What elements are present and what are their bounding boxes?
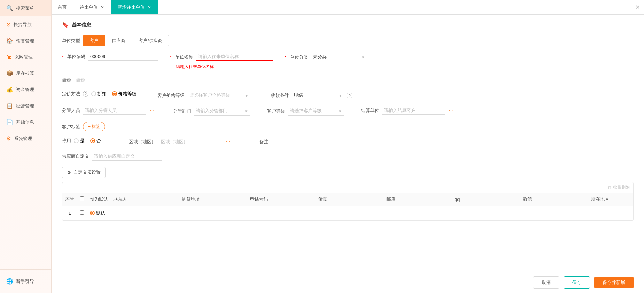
tab-home[interactable]: 首页 <box>52 0 73 14</box>
unit-name-field: * 单位名称 请输入往来单位名称 <box>170 52 274 70</box>
select-all-checkbox[interactable] <box>80 196 84 201</box>
row-email-cell <box>384 206 452 220</box>
save-new-button[interactable]: 保存并新增 <box>594 277 634 288</box>
settlement-more-btn[interactable]: ··· <box>447 107 455 114</box>
tag-label: 客户标签 <box>62 124 80 130</box>
region-input[interactable] <box>159 138 221 146</box>
row-email-input[interactable] <box>386 209 449 217</box>
abbr-input[interactable] <box>74 76 143 84</box>
batch-delete-btn[interactable]: 🗑 批量删除 <box>608 185 630 190</box>
unit-code-input[interactable] <box>88 52 158 61</box>
col-address: 到货地址 <box>179 193 247 206</box>
sidebar-item-operations[interactable]: 📋 经营管理 <box>0 98 51 114</box>
payment-terms-label: 收款条件 <box>271 92 289 99</box>
sidebar: 🔍 搜索菜单 ⊙ 快捷导航 🏠 销售管理 🛍 采购管理 📦 库存核算 💰 资金管… <box>0 0 52 293</box>
sidebar-item-basic[interactable]: 📄 基础信息 <box>0 114 51 130</box>
dept-select[interactable]: 请输入分管部门 ▾ <box>194 106 250 116</box>
row-qq-input[interactable] <box>455 209 517 217</box>
pricing-help-icon[interactable]: ? <box>83 91 88 97</box>
sidebar-item-search[interactable]: 🔍 搜索菜单 <box>0 0 51 16</box>
manager-more-btn[interactable]: ··· <box>148 107 156 114</box>
row-tags: 客户标签 + 标签 <box>62 122 634 131</box>
manager-input[interactable] <box>83 106 146 115</box>
unit-type-buttons: 客户 供应商 客户/供应商 <box>83 35 169 46</box>
pricing-discount-radio[interactable]: 折扣 <box>91 91 107 97</box>
region-field: 区域（地区） ··· <box>129 138 231 146</box>
row-fax-cell <box>315 206 384 220</box>
customer-level-field: 客户等级 请选择客户等级 ▾ <box>267 106 344 116</box>
sidebar-item-inventory[interactable]: 📦 库存核算 <box>0 65 51 81</box>
remark-field: 备注 <box>259 138 355 146</box>
row-contact-cell <box>111 206 179 220</box>
customer-level-arrow-icon: ▾ <box>339 108 341 114</box>
row-phone-input[interactable] <box>250 209 313 217</box>
unit-type-customer-btn[interactable]: 客户 <box>83 35 105 46</box>
search-icon: 🔍 <box>6 5 13 11</box>
footer: 取消 保存 保存并新增 <box>52 272 644 293</box>
supplier-custom-input[interactable] <box>92 152 162 161</box>
customer-level-select[interactable]: 请选择客户等级 ▾ <box>288 106 344 116</box>
row-manager: 分管人员 ··· 分管部门 请输入分管部门 ▾ 客户等级 请选择客户等级 ▾ 结… <box>62 106 634 116</box>
unit-type-supplier-btn[interactable]: 供应商 <box>105 35 132 46</box>
col-fax: 传真 <box>315 193 384 206</box>
abbr-label: 简称 <box>62 77 71 83</box>
row-checkbox[interactable] <box>80 210 84 215</box>
disabled-no-circle <box>90 138 95 143</box>
manager-field: 分管人员 ··· <box>62 106 156 115</box>
row-wechat-input[interactable] <box>523 209 586 217</box>
contact-table: 序号 设为默认 联系人 到货地址 电话号码 传真 邮箱 qq 微信 所在地区 操… <box>62 193 634 220</box>
settlement-input[interactable] <box>382 106 445 115</box>
row-contact-input[interactable] <box>113 209 176 217</box>
disabled-yes-radio[interactable]: 是 <box>74 138 85 144</box>
col-seq: 序号 <box>62 193 77 206</box>
custom-settings-container: ⚙ 自定义项设置 <box>62 167 634 178</box>
row-supplier-custom: 供应商自定义 <box>62 152 634 161</box>
unit-code-label: 单位编码 <box>67 54 85 60</box>
section-icon: 🔖 <box>62 22 69 28</box>
payment-terms-select[interactable]: 现结 ▾ <box>292 91 344 100</box>
unit-name-label: 单位名称 <box>175 54 193 60</box>
sidebar-item-quicknav[interactable]: ⊙ 快捷导航 <box>0 16 51 33</box>
row-disabled-region: 停用 是 否 区域（地区） ··· 备注 <box>62 138 634 146</box>
tab-new-partner-close[interactable]: ✕ <box>147 5 152 10</box>
sidebar-item-system[interactable]: ⚙ 系统管理 <box>0 130 51 147</box>
row-address-input[interactable] <box>182 209 244 217</box>
tabbar-close-btn[interactable]: ✕ <box>635 4 640 10</box>
custom-settings-btn[interactable]: ⚙ 自定义项设置 <box>62 167 106 178</box>
remark-input[interactable] <box>271 138 355 146</box>
unit-type-both-btn[interactable]: 客户/供应商 <box>132 35 169 46</box>
batch-delete-icon: 🗑 <box>608 185 612 190</box>
pricing-method-label: 定价方法 <box>62 91 80 97</box>
tabbar: 首页 往来单位 ✕ 新增往来单位 ✕ ✕ <box>52 0 644 15</box>
unit-name-input[interactable] <box>196 52 273 61</box>
row-code-name-cat: * 单位编码 * 单位名称 请输入往来单位名称 * 单位分类 <box>62 52 634 70</box>
tab-partners[interactable]: 往来单位 ✕ <box>73 0 111 14</box>
payment-help-icon[interactable]: ? <box>347 93 352 98</box>
tab-new-partner[interactable]: 新增往来单位 ✕ <box>111 0 158 14</box>
disabled-no-radio[interactable]: 否 <box>90 138 101 144</box>
customer-price-level-field: 客户价格等级 请选择客户价格等级 ▾ <box>157 91 250 100</box>
row-address-cell <box>179 206 247 220</box>
custom-settings-icon: ⚙ <box>67 170 71 175</box>
tab-partners-close[interactable]: ✕ <box>100 5 105 10</box>
sidebar-item-finance[interactable]: 💰 资金管理 <box>0 81 51 98</box>
sidebar-item-sales[interactable]: 🏠 销售管理 <box>0 33 51 49</box>
pricing-discount-circle <box>91 91 96 96</box>
sidebar-item-guide[interactable]: 🌐 新手引导 <box>0 273 51 290</box>
cancel-button[interactable]: 取消 <box>533 276 559 289</box>
unit-category-select[interactable]: 未分类 ▾ <box>311 52 367 62</box>
add-tag-btn[interactable]: + 标签 <box>83 122 105 131</box>
save-button[interactable]: 保存 <box>564 276 590 289</box>
row-default-radio[interactable]: 默认 <box>90 210 108 216</box>
region-more-btn[interactable]: ··· <box>224 139 231 145</box>
customer-price-level-select[interactable]: 请选择客户价格等级 ▾ <box>187 91 250 100</box>
unit-type-field: 单位类型 客户 供应商 客户/供应商 <box>62 35 169 46</box>
row-default-circle <box>90 211 95 215</box>
customer-price-level-label: 客户价格等级 <box>157 92 184 99</box>
sidebar-item-purchase[interactable]: 🛍 采购管理 <box>0 49 51 65</box>
pricing-level-radio[interactable]: 价格等级 <box>112 91 136 97</box>
row-fax-input[interactable] <box>318 209 381 217</box>
col-checkbox <box>77 193 87 206</box>
row-phone-cell <box>247 206 315 220</box>
row-region-input[interactable] <box>591 209 634 217</box>
